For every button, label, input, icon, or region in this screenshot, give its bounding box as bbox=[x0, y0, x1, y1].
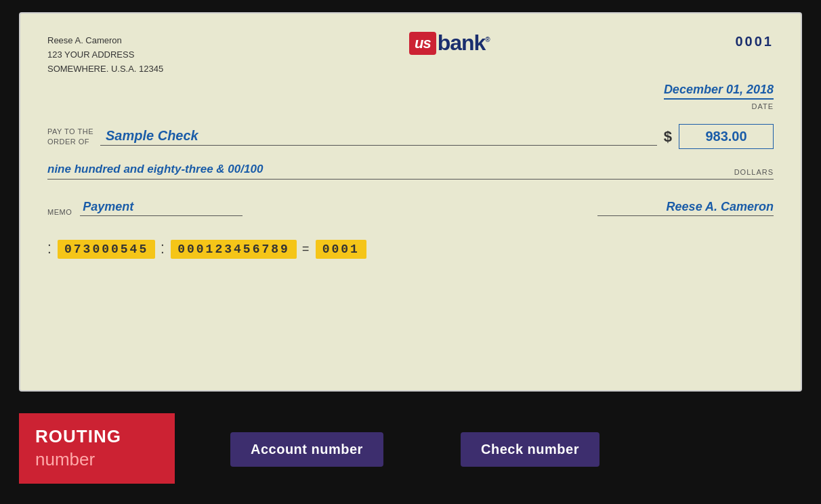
routing-label-top: ROUTING bbox=[35, 425, 159, 448]
micr-account: 000123456789 bbox=[171, 240, 297, 259]
check-dollar-sign: $ bbox=[664, 128, 672, 146]
bank-logo: us bank® bbox=[409, 30, 490, 56]
check-dollars-label: DOLLARS bbox=[734, 168, 774, 176]
check-micr-row: ⁚ 073000545 ⁚ 000123456789 = 0001 bbox=[47, 240, 774, 259]
logo-bank: bank® bbox=[438, 30, 490, 56]
bottom-labels: ROUTING number Account number Check numb… bbox=[0, 396, 821, 504]
routing-label-bottom: number bbox=[35, 448, 159, 471]
micr-symbol-left1: ⁚ bbox=[47, 242, 52, 257]
micr-symbol-eq: = bbox=[302, 243, 310, 256]
account-number-label-box: Account number bbox=[230, 432, 383, 467]
check-memo-row: MEMO Payment Reese A. Cameron bbox=[47, 200, 774, 216]
check-address2: SOMEWHERE. U.S.A. 12345 bbox=[47, 62, 163, 77]
check-number-top: 0001 bbox=[735, 34, 774, 49]
check-number-label-box: Check number bbox=[461, 432, 599, 467]
check-name: Reese A. Cameron bbox=[47, 34, 163, 48]
page-wrapper: Reese A. Cameron 123 YOUR ADDRESS SOMEWH… bbox=[0, 0, 821, 504]
micr-routing: 073000545 bbox=[58, 240, 155, 259]
micr-symbol-left2: ⁚ bbox=[161, 242, 165, 257]
check-memo-value: Payment bbox=[80, 200, 243, 216]
check-amount-box: 983.00 bbox=[679, 124, 774, 149]
check-date-label: DATE bbox=[751, 102, 774, 110]
check-written-amount: nine hundred and eighty-three & 00/100 bbox=[47, 163, 263, 176]
check-address1: 123 YOUR ADDRESS bbox=[47, 48, 163, 62]
check-memo-left: MEMO Payment bbox=[47, 200, 243, 216]
check-name-address: Reese A. Cameron 123 YOUR ADDRESS SOMEWH… bbox=[47, 34, 163, 76]
check-payto-label: PAY TO THE ORDER OF bbox=[47, 127, 93, 148]
check-signature: Reese A. Cameron bbox=[597, 200, 774, 216]
micr-check: 0001 bbox=[316, 240, 366, 259]
check-date-section: December 01, 2018 DATE bbox=[664, 83, 774, 112]
check: Reese A. Cameron 123 YOUR ADDRESS SOMEWH… bbox=[19, 12, 802, 392]
check-payto-value: Sample Check bbox=[100, 128, 657, 146]
check-date-row: December 01, 2018 DATE bbox=[47, 83, 774, 112]
logo-us: us bbox=[409, 32, 436, 55]
check-number-label: Check number bbox=[481, 442, 579, 457]
account-number-label: Account number bbox=[251, 442, 363, 457]
check-payto-row: PAY TO THE ORDER OF Sample Check $ 983.0… bbox=[47, 124, 774, 149]
check-date-value: December 01, 2018 bbox=[664, 83, 774, 100]
check-memo-label: MEMO bbox=[47, 208, 72, 216]
check-written-row: nine hundred and eighty-three & 00/100 D… bbox=[47, 163, 774, 180]
routing-label-box: ROUTING number bbox=[19, 413, 175, 484]
